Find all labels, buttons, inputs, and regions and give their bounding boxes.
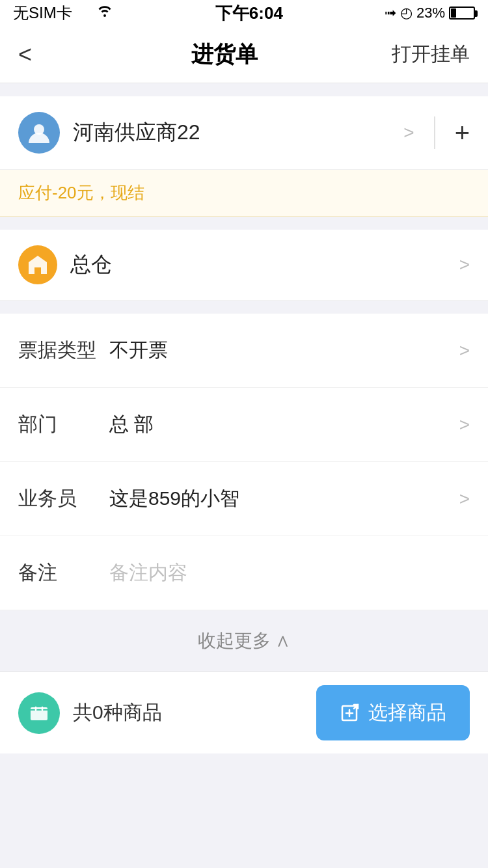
status-left: 无SIM卡 <box>13 3 114 23</box>
ticket-type-arrow: > <box>459 340 470 361</box>
divider <box>434 116 435 149</box>
salesperson-arrow: > <box>459 489 470 509</box>
ticket-type-value: 不开票 <box>109 337 453 364</box>
nav-bar: < 进货单 打开挂单 <box>0 26 488 83</box>
ticket-type-label: 票据类型 <box>18 337 109 364</box>
salesperson-label: 业务员 <box>18 485 109 512</box>
notice-text: 应付-20元，现结 <box>18 183 144 202</box>
supplier-avatar <box>18 112 60 154</box>
department-value: 总 部 <box>109 411 453 438</box>
collapse-label: 收起更多 ∧ <box>198 629 291 653</box>
department-arrow: > <box>459 414 470 435</box>
warehouse-row[interactable]: 总仓 > <box>0 230 488 301</box>
add-button[interactable]: + <box>455 118 470 148</box>
back-button[interactable]: < <box>18 41 57 68</box>
wifi-icon <box>77 5 114 21</box>
warehouse-icon <box>18 245 57 284</box>
salesperson-row[interactable]: 业务员 这是859的小智 > <box>0 462 488 536</box>
section-gap-2 <box>0 217 488 230</box>
warehouse-chevron-icon: > <box>459 254 470 275</box>
select-product-label: 选择商品 <box>368 699 446 726</box>
battery-icon <box>449 7 475 20</box>
page-title: 进货单 <box>191 40 258 70</box>
supplier-name: 河南供应商22 <box>73 118 403 147</box>
collapse-button[interactable]: 收起更多 ∧ <box>0 610 488 671</box>
product-count: 共0种商品 <box>73 699 303 726</box>
remark-row[interactable]: 备注 备注内容 <box>0 536 488 610</box>
supplier-section: 河南供应商22 > + 应付-20元，现结 <box>0 96 488 217</box>
department-row[interactable]: 部门 总 部 > <box>0 388 488 462</box>
form-section: 票据类型 不开票 > 部门 总 部 > 业务员 这是859的小智 > 备注 备注… <box>0 314 488 610</box>
remark-placeholder[interactable]: 备注内容 <box>109 560 470 586</box>
open-pending-button[interactable]: 打开挂单 <box>392 41 470 68</box>
section-gap-3 <box>0 301 488 314</box>
supplier-row[interactable]: 河南供应商22 > + <box>0 96 488 170</box>
salesperson-value: 这是859的小智 <box>109 485 453 512</box>
bottom-bar: 共0种商品 选择商品 <box>0 671 488 753</box>
warehouse-name: 总仓 <box>70 251 459 279</box>
carrier-label: 无SIM卡 <box>13 3 72 23</box>
battery-percent: 23% <box>416 5 445 21</box>
location-icon: ➟ <box>385 5 396 21</box>
department-label: 部门 <box>18 411 109 438</box>
status-right: ➟ ◴ 23% <box>385 5 475 21</box>
remark-label: 备注 <box>18 560 109 586</box>
status-bar: 无SIM卡 下午6:04 ➟ ◴ 23% <box>0 0 488 26</box>
section-gap-1 <box>0 83 488 96</box>
status-time: 下午6:04 <box>215 2 283 25</box>
notice-bar: 应付-20元，现结 <box>0 170 488 217</box>
svg-rect-1 <box>34 267 41 274</box>
select-product-button[interactable]: 选择商品 <box>316 685 470 740</box>
alarm-icon: ◴ <box>400 5 413 21</box>
ticket-type-row[interactable]: 票据类型 不开票 > <box>0 314 488 388</box>
supplier-chevron-icon: > <box>403 122 414 143</box>
warehouse-section: 总仓 > <box>0 230 488 301</box>
product-icon <box>18 692 60 734</box>
